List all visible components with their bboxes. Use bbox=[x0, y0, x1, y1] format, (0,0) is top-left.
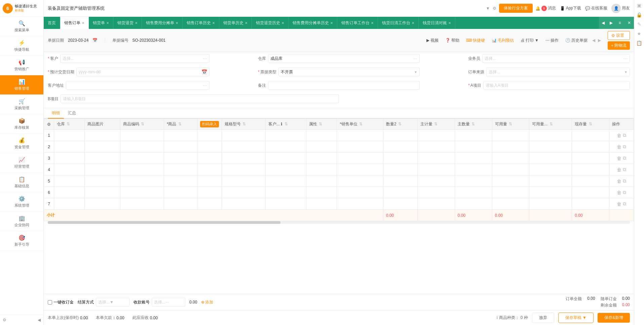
invoice-type-input[interactable]: 不开票 ▼ bbox=[278, 68, 420, 76]
prev-record-icon[interactable]: ◀ bbox=[592, 38, 595, 43]
sidebar-item-guide[interactable]: 🎯 新手引导 bbox=[0, 231, 43, 251]
cell-unit[interactable] bbox=[337, 141, 383, 153]
b-project-input[interactable]: 请输入B项目 bbox=[61, 94, 339, 103]
cell-qty2[interactable] bbox=[383, 164, 417, 175]
tab-fee-split[interactable]: 销售费用分摊单 ✕ bbox=[142, 17, 183, 29]
cell-attribute[interactable] bbox=[306, 141, 337, 153]
col-main-qty[interactable]: 主数量 ⇅ bbox=[455, 119, 492, 130]
sidebar-item-marketing[interactable]: 📢 营销推广 bbox=[0, 56, 43, 75]
cell-attribute[interactable] bbox=[306, 175, 337, 187]
shortcuts-button[interactable]: ⌨ 快捷键 bbox=[464, 37, 487, 44]
tab-close-icon[interactable]: ✕ bbox=[412, 21, 414, 25]
cell-qty2[interactable] bbox=[383, 198, 417, 210]
cell-qty2[interactable] bbox=[383, 175, 417, 187]
col-customer-code[interactable]: 客户... ℹ ⇅ bbox=[265, 119, 306, 130]
panel-icon-1[interactable]: ▣ bbox=[637, 3, 641, 8]
cell-available-qty2[interactable] bbox=[529, 153, 572, 164]
cell-qty2[interactable] bbox=[383, 187, 417, 198]
row-copy-button[interactable]: ⧉ bbox=[623, 201, 626, 207]
cell-spec[interactable] bbox=[222, 153, 265, 164]
notes-input[interactable] bbox=[268, 81, 420, 90]
notification-item[interactable]: 🔔 9 消息 bbox=[535, 5, 556, 11]
cell-main-qty[interactable] bbox=[455, 141, 492, 153]
cell-spec[interactable] bbox=[222, 164, 265, 175]
panel-icon-2[interactable]: 🔒 bbox=[636, 12, 642, 17]
col-warehouse[interactable]: 仓库 ⇅ bbox=[54, 119, 85, 130]
col-unit[interactable]: *销售单位 ⇅ bbox=[337, 119, 383, 130]
a-project-input[interactable]: 请输入A项目 bbox=[483, 81, 630, 90]
settings-icon[interactable]: ⚙ bbox=[493, 6, 496, 11]
cell-main-unit[interactable] bbox=[418, 187, 455, 198]
add-attachment-button[interactable]: + 附物流 bbox=[608, 41, 630, 50]
cell-qty2[interactable] bbox=[383, 141, 417, 153]
row-copy-button[interactable]: ⧉ bbox=[623, 167, 626, 172]
cell-unit[interactable] bbox=[337, 187, 383, 198]
sidebar-item-search[interactable]: 🔍 搜索菜单 bbox=[0, 17, 43, 36]
cell-current-qty[interactable] bbox=[572, 153, 609, 164]
cell-warehouse[interactable] bbox=[54, 130, 85, 141]
row-delete-button[interactable]: 🗑 bbox=[617, 167, 621, 172]
customer-address-input[interactable]: ··· bbox=[66, 81, 210, 90]
settings-icon[interactable]: ⚙ bbox=[3, 318, 6, 322]
sidebar-item-operation[interactable]: 📈 经营管理 bbox=[0, 153, 43, 173]
row-delete-button[interactable]: 🗑 bbox=[617, 201, 621, 207]
cell-spec[interactable] bbox=[222, 175, 265, 187]
cell-warehouse[interactable] bbox=[54, 141, 85, 153]
cell-main-unit[interactable] bbox=[418, 175, 455, 187]
cell-main-qty[interactable] bbox=[455, 175, 492, 187]
cell-product[interactable] bbox=[164, 164, 197, 175]
cell-available-qty[interactable] bbox=[492, 153, 529, 164]
salesperson-input[interactable]: 选择... ··· bbox=[482, 54, 630, 63]
cell-unit[interactable] bbox=[337, 153, 383, 164]
row-delete-button[interactable]: 🗑 bbox=[617, 144, 621, 150]
sidebar-item-base[interactable]: 📋 基础信息 bbox=[0, 173, 43, 192]
row-delete-button[interactable]: 🗑 bbox=[617, 178, 621, 184]
save-new-button[interactable]: 保存&新增 bbox=[598, 313, 630, 323]
cell-current-qty[interactable] bbox=[572, 141, 609, 153]
cell-customer-code[interactable] bbox=[265, 153, 306, 164]
cell-main-qty[interactable] bbox=[455, 187, 492, 198]
cell-available-qty[interactable] bbox=[492, 164, 529, 175]
cell-current-qty[interactable] bbox=[572, 187, 609, 198]
one-click-checkbox[interactable] bbox=[48, 300, 52, 304]
cell-code[interactable] bbox=[120, 153, 164, 164]
cell-warehouse[interactable] bbox=[54, 175, 85, 187]
sidebar-item-sales[interactable]: 📊 销售管理 bbox=[0, 75, 43, 95]
cell-product[interactable] bbox=[164, 141, 197, 153]
cell-main-qty[interactable] bbox=[455, 164, 492, 175]
customer-input[interactable]: 选择... ··· bbox=[60, 54, 210, 63]
cell-spec[interactable] bbox=[222, 141, 265, 153]
cell-main-qty[interactable] bbox=[455, 198, 492, 210]
cell-spec[interactable] bbox=[222, 198, 265, 210]
discard-button[interactable]: 放弃 bbox=[532, 313, 554, 323]
cell-customer-code[interactable] bbox=[265, 175, 306, 187]
cell-main-unit[interactable] bbox=[418, 198, 455, 210]
tab-menu-button[interactable]: ≡ bbox=[615, 17, 624, 29]
cell-code[interactable] bbox=[120, 187, 164, 198]
cell-qty2[interactable] bbox=[383, 153, 417, 164]
cell-attribute[interactable] bbox=[306, 130, 337, 141]
cell-product[interactable] bbox=[164, 175, 197, 187]
cell-qty2[interactable] bbox=[383, 130, 417, 141]
cell-warehouse[interactable] bbox=[54, 164, 85, 175]
tab-close-all-button[interactable]: ✕ bbox=[624, 17, 634, 29]
cell-current-qty[interactable] bbox=[572, 198, 609, 210]
cell-product[interactable] bbox=[164, 153, 197, 164]
tab-order-history[interactable]: 销售订单历史 ✕ bbox=[183, 17, 219, 29]
cell-unit[interactable] bbox=[337, 130, 383, 141]
delivery-date-input[interactable]: yyyy-mm-dd 📅 bbox=[76, 68, 210, 76]
sidebar-item-enterprise[interactable]: 🏢 企业协同 bbox=[0, 212, 43, 231]
tab-daily-clear-workbench[interactable]: 钱货日清工作台 ✕ bbox=[378, 17, 419, 29]
online-service-item[interactable]: 💬 在线客服 bbox=[585, 5, 607, 11]
industry-solution-button[interactable]: 体验行业方案 bbox=[499, 4, 533, 13]
order-source-input[interactable]: 选择... ▼ bbox=[486, 68, 630, 76]
cell-warehouse[interactable] bbox=[54, 198, 85, 210]
sidebar-item-finance[interactable]: 💰 资金管理 bbox=[0, 134, 43, 153]
more-icon[interactable]: ··· bbox=[413, 56, 417, 61]
cell-unit[interactable] bbox=[337, 175, 383, 187]
cell-customer-code[interactable] bbox=[265, 141, 306, 153]
cell-unit[interactable] bbox=[337, 164, 383, 175]
tab-return[interactable]: 销货退货 ✕ bbox=[113, 17, 142, 29]
add-payment-button[interactable]: ⊕ 添加 bbox=[201, 299, 213, 305]
scan-button[interactable]: 扫码录入 bbox=[200, 121, 219, 127]
